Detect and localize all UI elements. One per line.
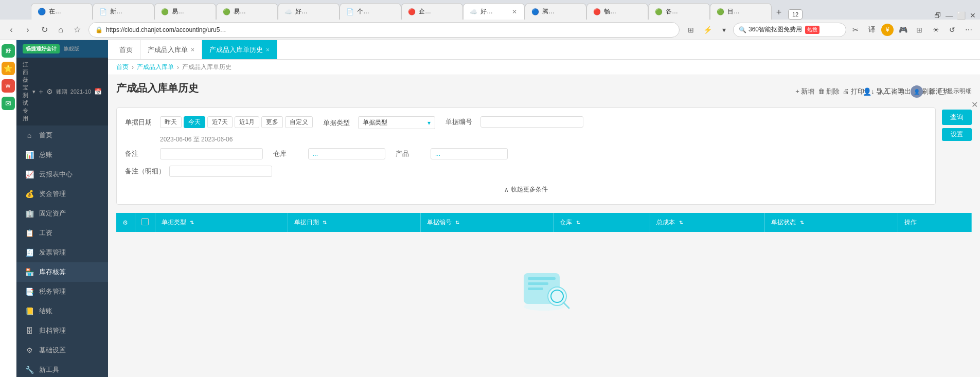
customer-service-label[interactable]: 人工咨询: [878, 87, 904, 96]
address-text: https://cloud.chanjet.com/accounting/uru…: [106, 26, 673, 33]
window-restore-icon[interactable]: 🗗: [934, 11, 941, 20]
browser-tab-mu[interactable]: 🟢 目…: [710, 3, 772, 20]
select-all-checkbox[interactable]: [141, 218, 149, 225]
window-minimize-icon[interactable]: —: [946, 11, 953, 20]
sidebar-item-cloud-reports[interactable]: 📈 云报表中心: [16, 165, 108, 184]
home-button[interactable]: ⌂: [54, 23, 68, 37]
browser-tab-qi[interactable]: 🔴 企…: [401, 3, 463, 20]
lightning-icon[interactable]: ⚡: [700, 23, 715, 37]
breadcrumb-inbound[interactable]: 产成品入库单: [137, 63, 174, 71]
browser-tab-chang[interactable]: 🔴 畅…: [586, 3, 648, 20]
window-close-icon[interactable]: ✕: [970, 11, 976, 20]
breadcrumb-home[interactable]: 首页: [116, 63, 129, 71]
tab-close-7[interactable]: ✕: [511, 7, 518, 16]
apps-icon[interactable]: ⊞: [912, 23, 926, 37]
app-icon-weibo[interactable]: W: [2, 79, 15, 93]
th-type[interactable]: 单据类型 ⇅: [155, 213, 288, 232]
sidebar-item-funds[interactable]: 💰 资金管理: [16, 184, 108, 204]
query-button[interactable]: 查询: [942, 110, 972, 125]
browser-tab-in[interactable]: 🔵 在…: [31, 3, 93, 20]
filter-settings-button[interactable]: 设置: [942, 128, 972, 141]
panel-close-button[interactable]: ✕: [971, 100, 978, 110]
tab-history-close[interactable]: ×: [266, 46, 270, 53]
browser-tab-teng[interactable]: 🔵 腾…: [525, 3, 586, 20]
collapse-button[interactable]: ∧ 收起更多条件: [498, 183, 554, 196]
game-icon[interactable]: 🎮: [896, 23, 910, 37]
browser-tab-hao1[interactable]: ☁️ 好…: [278, 3, 340, 20]
date-btn-7days[interactable]: 近7天: [207, 116, 233, 128]
browser-tab-hao2[interactable]: ☁️ 好… ✕: [463, 3, 525, 20]
app-icon-main[interactable]: 好: [2, 44, 15, 58]
browser-tab-ge2[interactable]: 🟢 各…: [648, 3, 710, 20]
tab-inbound[interactable]: 产成品入库单 ×: [140, 40, 202, 59]
dropdown-icon[interactable]: ▾: [717, 23, 731, 37]
translate-icon[interactable]: 译: [865, 23, 879, 37]
tab-icon-7: ☁️: [470, 8, 477, 15]
date-btn-1month[interactable]: 近1月: [235, 116, 260, 128]
calendar-icon[interactable]: 📅: [94, 88, 102, 95]
forward-button[interactable]: ›: [21, 23, 35, 37]
tab-inbound-close[interactable]: ×: [191, 46, 194, 53]
settings-icon[interactable]: ⚙: [46, 87, 53, 96]
sidebar-item-settings[interactable]: ⚙ 基础设置: [16, 340, 108, 360]
type-select[interactable]: 单据类型 ▾: [358, 116, 435, 129]
search-bar[interactable]: 🔍 360智能抠图免费用 热搜: [733, 23, 846, 37]
browser-tab-yi1[interactable]: 🟢 易…: [154, 3, 216, 20]
address-bar[interactable]: 🔒 https://cloud.chanjet.com/accounting/u…: [88, 22, 680, 38]
date-btn-more[interactable]: 更多: [261, 116, 283, 128]
new-tab-button[interactable]: +: [772, 5, 786, 20]
add-icon[interactable]: +: [39, 87, 43, 96]
tab-count-badge[interactable]: 12: [788, 9, 803, 20]
th-gear[interactable]: ⚙: [116, 213, 135, 232]
sidebar-item-inventory[interactable]: 🏪 库存核算: [16, 262, 108, 282]
add-button[interactable]: + 新增: [795, 87, 814, 96]
sidebar-label-inventory: 库存核算: [39, 267, 66, 277]
sidebar-item-close-accounts[interactable]: 📒 结账: [16, 301, 108, 321]
th-date[interactable]: 单据日期 ⇅: [288, 213, 420, 232]
browser-tab-yi2[interactable]: 🟢 易…: [216, 3, 278, 20]
browser-tab-new[interactable]: 📄 新…: [93, 3, 154, 20]
sidebar-item-archive[interactable]: 🗄 归档管理: [16, 321, 108, 340]
date-btn-today[interactable]: 今天: [184, 116, 205, 128]
nav-header[interactable]: 畅捷通好会计 旗舰版: [16, 40, 108, 58]
note-detail-input[interactable]: [169, 166, 272, 177]
delete-button[interactable]: 🗑 删除: [818, 87, 840, 96]
date-btn-yesterday[interactable]: 昨天: [160, 116, 182, 128]
sidebar-item-home[interactable]: ⌂ 首页: [16, 125, 108, 145]
type-filter-group: 单据类型 单据类型 ▾: [323, 116, 435, 129]
more-icon[interactable]: ⋯: [961, 23, 976, 37]
sidebar-item-payroll[interactable]: 📋 工资: [16, 223, 108, 243]
sidebar-item-general-ledger[interactable]: 📊 总账: [16, 145, 108, 165]
th-warehouse[interactable]: 仓库 ⇅: [554, 213, 650, 232]
warehouse-select[interactable]: ...: [308, 148, 385, 159]
th-number[interactable]: 单据编号 ⇅: [420, 213, 553, 232]
browser-tab-ge[interactable]: 📄 个…: [340, 3, 401, 20]
window-maximize-icon[interactable]: ⬜: [957, 11, 966, 20]
refresh-button[interactable]: ↻: [37, 23, 51, 37]
tab-history[interactable]: 产成品入库单历史 ×: [202, 40, 277, 59]
app-icon-star[interactable]: ⭐: [2, 62, 15, 75]
scissors-icon[interactable]: ✂: [848, 23, 863, 37]
yuan-icon[interactable]: ¥: [881, 24, 894, 36]
date-range-text: 2023-06-06 至 2023-06-06: [160, 136, 233, 143]
back-button[interactable]: ‹: [4, 23, 19, 37]
sidebar-item-tax[interactable]: 📑 税务管理: [16, 282, 108, 301]
tab-home[interactable]: 首页: [112, 40, 140, 59]
theme-icon[interactable]: ☀: [929, 23, 943, 37]
sidebar-label-close-accounts: 结账: [39, 307, 52, 316]
date-btn-custom[interactable]: 自定义: [285, 116, 313, 128]
product-select[interactable]: ...: [431, 148, 508, 159]
sidebar-item-fixed-assets[interactable]: 🏢 固定资产: [16, 204, 108, 223]
th-cost[interactable]: 总成本 ⇅: [650, 213, 765, 232]
undo-icon[interactable]: ↺: [945, 23, 959, 37]
number-input[interactable]: [480, 116, 583, 128]
sidebar-item-invoice[interactable]: 🧾 发票管理: [16, 243, 108, 262]
bookmark-button[interactable]: ☆: [70, 23, 84, 37]
sidebar-item-new-tools[interactable]: 🔧 新工具: [16, 360, 108, 377]
th-status[interactable]: 单据状态 ⇅: [765, 213, 898, 232]
company-dropdown-icon[interactable]: ▾: [32, 88, 35, 95]
app-icon-mail[interactable]: ✉: [2, 97, 15, 110]
th-checkbox[interactable]: [135, 213, 155, 232]
note-input[interactable]: [160, 148, 263, 159]
grid-icon[interactable]: ⊞: [684, 23, 698, 37]
